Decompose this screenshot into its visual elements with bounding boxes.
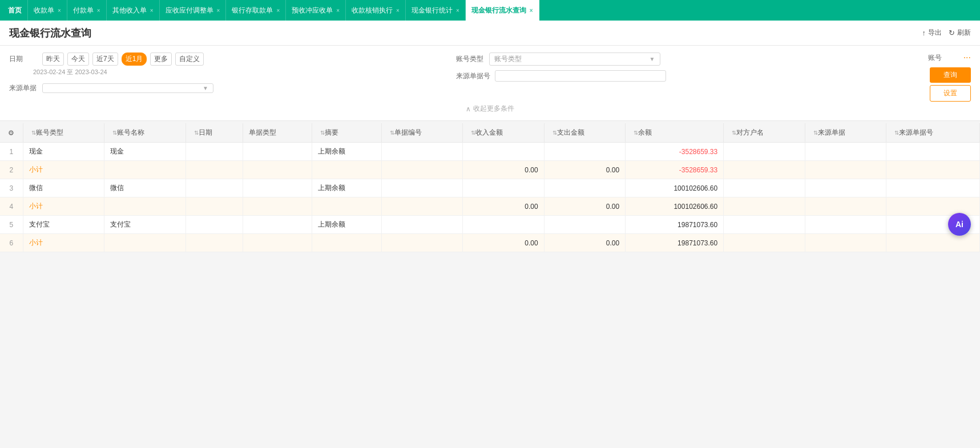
nav-tab-other-income-close[interactable]: × <box>150 7 154 14</box>
col-sort-icon-account-type[interactable]: ⇅ <box>31 130 36 136</box>
row-balance: 19871073.60 <box>626 216 724 234</box>
date-btn-more[interactable]: 更多 <box>150 53 172 66</box>
nav-tab-bank-deposit-close[interactable]: × <box>276 7 280 14</box>
nav-tab-other-income[interactable]: 其他收入单 × <box>107 0 160 21</box>
col-header-doc-type: 单据类型 <box>243 123 312 143</box>
collapse-label: 收起更多条件 <box>473 104 514 114</box>
row-source-doc <box>805 197 886 216</box>
nav-tab-cash-bank-stats-close[interactable]: × <box>456 7 459 14</box>
date-btn-1month[interactable]: 近1月 <box>122 53 147 66</box>
settings-button[interactable]: 设置 <box>930 85 971 102</box>
table-row: 3 微信 微信 上期余额 100102606.60 <box>0 179 980 197</box>
nav-tab-cash-flow[interactable]: 现金银行流水查询 × <box>466 0 539 21</box>
nav-tab-cash-bank-stats[interactable]: 现金银行统计 × <box>406 0 466 21</box>
source-doc-select[interactable]: ▼ <box>42 83 213 93</box>
row-num-cell: 6 <box>0 234 23 252</box>
row-doc-type <box>243 179 312 197</box>
nav-tab-verify-close[interactable]: × <box>396 7 400 14</box>
col-sort-icon-account-name[interactable]: ⇅ <box>112 130 117 136</box>
row-date <box>185 143 243 161</box>
header-actions: ↑ 导出 ↻ 刷新 <box>922 28 971 38</box>
row-balance: 100102606.60 <box>626 197 724 216</box>
row-income: 0.00 <box>463 197 545 216</box>
nav-tab-verify[interactable]: 收款核销执行 × <box>346 0 406 21</box>
nav-tab-adjustment[interactable]: 应收应付调整单 × <box>160 0 227 21</box>
row-date <box>185 161 243 179</box>
nav-tab-home[interactable]: 首页 <box>2 0 28 21</box>
row-source-doc <box>805 161 886 179</box>
export-button[interactable]: ↑ 导出 <box>922 28 942 38</box>
row-counterpart <box>724 216 805 234</box>
row-account-name <box>104 234 186 252</box>
col-header-summary: ⇅摘要 <box>312 123 381 143</box>
date-quick-buttons: 昨天 今天 近7天 近1月 更多 自定义 <box>42 53 204 66</box>
row-account-name: 支付宝 <box>104 216 186 234</box>
nav-tab-cash-flow-close[interactable]: × <box>530 7 533 14</box>
nav-tab-bank-deposit[interactable]: 银行存取款单 × <box>226 0 286 21</box>
date-btn-yesterday[interactable]: 昨天 <box>42 53 64 66</box>
col-sort-icon-doc-num[interactable]: ⇅ <box>390 130 394 136</box>
date-btn-7days[interactable]: 近7天 <box>92 53 118 66</box>
row-num-cell: 2 <box>0 161 23 179</box>
nav-tab-prepay-close[interactable]: × <box>336 7 340 14</box>
col-header-income: ⇅收入金额 <box>463 123 545 143</box>
row-source-doc <box>805 216 886 234</box>
row-doc-type <box>243 216 312 234</box>
row-doc-num <box>381 179 463 197</box>
account-dots-button[interactable]: ··· <box>963 53 971 63</box>
account-type-select[interactable]: 账号类型 ▼ <box>489 53 660 66</box>
table-row: 4 小计 0.00 0.00 100102606.60 <box>0 197 980 216</box>
col-header-date: ⇅日期 <box>185 123 243 143</box>
nav-tab-prepay[interactable]: 预收冲应收单 × <box>286 0 346 21</box>
source-doc-label: 来源单据 <box>9 83 38 93</box>
row-income <box>463 216 545 234</box>
ai-assistant-button[interactable]: Ai <box>948 213 971 236</box>
col-header-counterpart: ⇅对方户名 <box>724 123 805 143</box>
row-source-doc <box>805 179 886 197</box>
row-expense <box>544 179 626 197</box>
nav-tab-bank-deposit-label: 银行存取款单 <box>232 6 273 15</box>
row-counterpart <box>724 179 805 197</box>
col-header-source-doc-num: ⇅来源单据号 <box>886 123 980 143</box>
row-doc-num <box>381 216 463 234</box>
collapse-bar[interactable]: ∧ 收起更多条件 <box>9 102 971 116</box>
row-doc-type <box>243 143 312 161</box>
query-button[interactable]: 查询 <box>930 67 971 83</box>
col-sort-icon-source-doc[interactable]: ⇅ <box>813 130 818 136</box>
row-counterpart <box>724 197 805 216</box>
col-sort-icon-summary[interactable]: ⇅ <box>320 130 325 136</box>
nav-tab-receipts[interactable]: 收款单 × <box>28 0 67 21</box>
nav-tab-receipts-close[interactable]: × <box>58 7 61 14</box>
nav-tab-verify-label: 收款核销执行 <box>352 6 393 15</box>
account-type-placeholder: 账号类型 <box>494 54 522 64</box>
date-btn-custom[interactable]: 自定义 <box>175 53 204 66</box>
account-type-filter-field: 账号类型 账号类型 ▼ <box>456 53 898 66</box>
settings-column-header[interactable]: ⚙ <box>0 123 23 143</box>
nav-tab-prepay-label: 预收冲应收单 <box>292 6 333 15</box>
date-btn-today[interactable]: 今天 <box>67 53 89 66</box>
row-counterpart <box>724 161 805 179</box>
row-income: 0.00 <box>463 234 545 252</box>
col-header-expense: ⇅支出金额 <box>544 123 626 143</box>
source-doc-filter-field: 来源单据 ▼ <box>9 83 451 93</box>
row-expense <box>544 143 626 161</box>
col-sort-icon-counterpart[interactable]: ⇅ <box>732 130 736 136</box>
col-sort-icon-source-doc-num[interactable]: ⇅ <box>894 130 899 136</box>
row-income: 0.00 <box>463 161 545 179</box>
nav-tab-adjustment-close[interactable]: × <box>217 7 220 14</box>
row-summary <box>312 234 381 252</box>
col-sort-icon-income[interactable]: ⇅ <box>471 130 475 136</box>
nav-tab-payments-close[interactable]: × <box>97 7 100 14</box>
refresh-button[interactable]: ↻ 刷新 <box>949 28 971 38</box>
settings-gear-icon: ⚙ <box>8 129 14 137</box>
col-sort-icon-balance[interactable]: ⇅ <box>634 130 638 136</box>
row-summary: 上期余额 <box>312 216 381 234</box>
filter-col-middle: 账号类型 账号类型 ▼ 来源单据号 <box>456 53 898 82</box>
col-sort-icon-date[interactable]: ⇅ <box>194 130 199 136</box>
row-doc-num <box>381 234 463 252</box>
source-doc-num-input[interactable] <box>495 70 666 82</box>
nav-tab-payments[interactable]: 付款单 × <box>67 0 107 21</box>
source-doc-num-label: 来源单据号 <box>456 71 490 81</box>
col-sort-icon-expense[interactable]: ⇅ <box>552 130 557 136</box>
row-source-doc-num <box>886 234 980 252</box>
